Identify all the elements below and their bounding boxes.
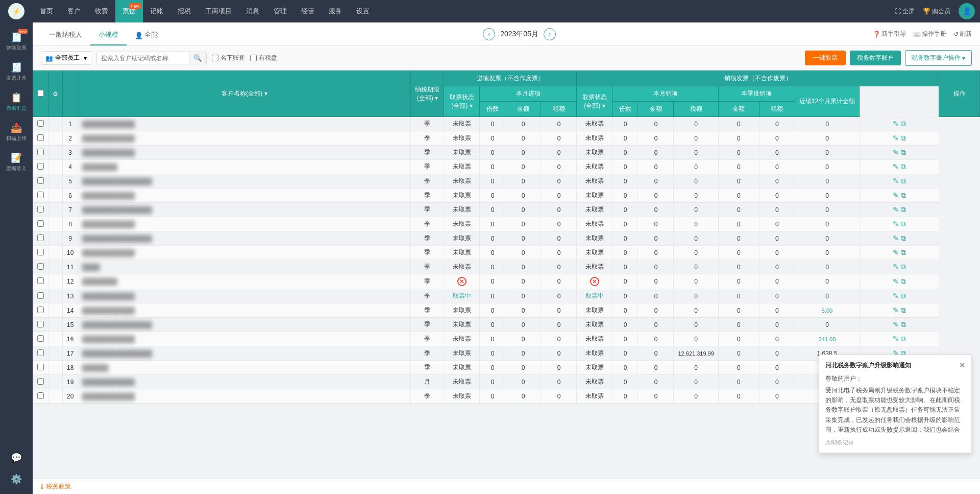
copy-icon[interactable]: ⧉: [901, 234, 906, 243]
sidebar-item-message[interactable]: 💬: [2, 448, 31, 467]
checkbox-has-taxdisk[interactable]: 有税盘: [250, 54, 277, 62]
nav-business[interactable]: 工商项目: [198, 0, 239, 22]
row-checkbox[interactable]: [37, 134, 44, 141]
row-checkbox[interactable]: [37, 234, 44, 241]
copy-icon[interactable]: ⧉: [901, 162, 906, 171]
sidebar-item-scan-upload[interactable]: 📤 扫描上传: [2, 118, 31, 146]
has-taxdisk-checkbox[interactable]: [250, 55, 257, 61]
edit-icon[interactable]: ✎: [893, 134, 899, 143]
fetch-out-filter[interactable]: ▾: [602, 102, 605, 109]
edit-icon[interactable]: ✎: [893, 220, 899, 228]
edit-icon[interactable]: ✎: [893, 234, 899, 243]
sidebar-item-summary[interactable]: 📋 票据汇总: [2, 88, 31, 116]
next-period-btn[interactable]: ›: [544, 28, 556, 40]
row-checkbox[interactable]: [37, 292, 44, 299]
copy-icon[interactable]: ⧉: [901, 292, 906, 300]
nav-manage[interactable]: 管理: [266, 0, 294, 22]
edit-icon[interactable]: ✎: [893, 162, 899, 171]
nav-tax[interactable]: 报税: [170, 0, 198, 22]
row-checkbox[interactable]: [37, 364, 44, 370]
edit-icon[interactable]: ✎: [893, 335, 899, 343]
edit-icon[interactable]: ✎: [893, 263, 899, 271]
digital-account-btn[interactable]: 税务数字账户: [850, 51, 901, 65]
edit-icon[interactable]: ✎: [893, 248, 899, 257]
tab-small-scale[interactable]: 小规模: [90, 22, 127, 45]
copy-icon[interactable]: ⧉: [901, 120, 906, 128]
edit-icon[interactable]: ✎: [893, 306, 899, 315]
row-checkbox[interactable]: [37, 263, 44, 270]
filter-icon[interactable]: ▾: [264, 90, 267, 97]
edit-icon[interactable]: ✎: [893, 120, 899, 128]
nav-client[interactable]: 客户: [60, 0, 88, 22]
copy-icon[interactable]: ⧉: [901, 335, 906, 343]
row-checkbox[interactable]: [37, 378, 44, 385]
notification-close-btn[interactable]: ✕: [959, 361, 965, 369]
nav-invoice[interactable]: 票据 new: [115, 0, 143, 22]
row-checkbox[interactable]: [37, 335, 44, 342]
nav-fee[interactable]: 收费: [88, 0, 115, 22]
row-checkbox[interactable]: [37, 392, 44, 399]
search-button[interactable]: 🔍: [189, 52, 206, 64]
copy-icon[interactable]: ⧉: [901, 306, 906, 315]
fullscreen-btn[interactable]: ⛶ 全屏: [895, 7, 915, 16]
copy-icon[interactable]: ⧉: [901, 134, 906, 143]
copy-icon[interactable]: ⧉: [901, 205, 906, 214]
row-checkbox[interactable]: [37, 321, 44, 327]
prev-period-btn[interactable]: ‹: [483, 28, 495, 40]
edit-icon[interactable]: ✎: [893, 177, 899, 185]
row-checkbox[interactable]: [37, 149, 44, 155]
sidebar-item-config[interactable]: ⚙️: [2, 469, 31, 489]
member-btn[interactable]: 🏆 购会员: [923, 7, 950, 16]
copy-icon[interactable]: ⧉: [901, 277, 906, 286]
tax-policy-link[interactable]: 税务政策: [46, 482, 71, 491]
under-account-checkbox[interactable]: [212, 55, 218, 61]
row-checkbox[interactable]: [37, 192, 44, 198]
row-checkbox[interactable]: [37, 120, 44, 127]
tab-all-capabilities[interactable]: 👤全能: [127, 22, 166, 45]
refresh-link[interactable]: ↺刷新: [953, 30, 972, 38]
tab-general-taxpayer[interactable]: 一般纳税人: [41, 22, 90, 45]
nav-operations[interactable]: 经营: [294, 0, 322, 22]
row-checkbox[interactable]: [37, 177, 44, 184]
edit-icon[interactable]: ✎: [893, 292, 899, 300]
edit-icon[interactable]: ✎: [893, 205, 899, 214]
copy-icon[interactable]: ⧉: [901, 191, 906, 200]
checkbox-under-account[interactable]: 名下账套: [212, 54, 245, 62]
edit-icon[interactable]: ✎: [893, 148, 899, 157]
search-input[interactable]: [97, 53, 189, 64]
fetch-in-filter[interactable]: ▾: [470, 102, 473, 109]
period-filter-icon[interactable]: ▾: [435, 95, 438, 102]
row-checkbox[interactable]: [37, 220, 44, 227]
copy-icon[interactable]: ⧉: [901, 177, 906, 185]
sidebar-item-smart-fetch[interactable]: 🧾 智能取票 new: [2, 28, 31, 56]
copy-icon[interactable]: ⧉: [901, 220, 906, 228]
edit-icon[interactable]: ✎: [893, 191, 899, 200]
nav-service[interactable]: 服务: [322, 0, 349, 22]
sidebar-item-open-invoice[interactable]: 🧾 发票开具: [2, 58, 31, 86]
one-click-fetch-btn[interactable]: 一键取票: [805, 51, 846, 65]
row-checkbox[interactable]: [37, 163, 44, 170]
edit-icon[interactable]: ✎: [893, 277, 899, 286]
copy-icon[interactable]: ⧉: [901, 248, 906, 257]
copy-icon[interactable]: ⧉: [901, 148, 906, 157]
row-checkbox[interactable]: [37, 307, 44, 313]
nav-home[interactable]: 首页: [33, 0, 60, 22]
logo[interactable]: ⚡: [5, 0, 28, 22]
digital-ops-btn[interactable]: 税务数字账户操作 ▾: [905, 50, 972, 66]
employee-selector[interactable]: 👥 全部员工 ▾: [41, 51, 91, 65]
copy-icon[interactable]: ⧉: [901, 320, 906, 329]
nav-message[interactable]: 消息: [239, 0, 266, 22]
nav-settings[interactable]: 设置: [349, 0, 377, 22]
copy-icon[interactable]: ⧉: [901, 263, 906, 271]
new-guide-link[interactable]: ❓新手引导: [873, 30, 906, 38]
manual-link[interactable]: 📖操作手册: [913, 30, 946, 38]
edit-icon[interactable]: ✎: [893, 320, 899, 329]
row-checkbox[interactable]: [37, 249, 44, 255]
nav-bookkeeping[interactable]: 记账: [143, 0, 170, 22]
select-all-checkbox[interactable]: [37, 90, 44, 97]
row-checkbox[interactable]: [37, 349, 44, 356]
row-checkbox[interactable]: [37, 206, 44, 213]
user-avatar[interactable]: 👤: [959, 3, 975, 19]
row-checkbox[interactable]: [37, 277, 44, 284]
sidebar-item-record-entry[interactable]: 📝 票据录入: [2, 148, 31, 176]
